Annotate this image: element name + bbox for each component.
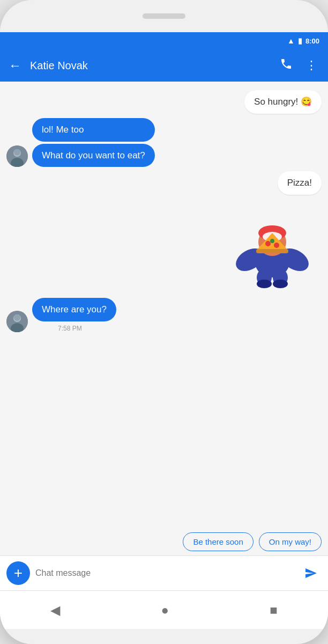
- incoming-bubbles: Where are you? 7:58 PM: [32, 298, 116, 332]
- incoming-bubbles: lol! Me too What do you want to eat?: [32, 118, 155, 167]
- svg-point-13: [274, 243, 279, 248]
- message-bubble: Where are you?: [32, 298, 116, 321]
- sticker-area: [6, 203, 322, 289]
- phone-top-bar: [0, 0, 328, 32]
- call-button[interactable]: [278, 55, 295, 76]
- message-text: Pizza!: [287, 178, 312, 188]
- back-nav-button[interactable]: ◀: [50, 603, 60, 618]
- status-time: 8:00: [305, 37, 319, 45]
- smart-reply-be-there-soon[interactable]: Be there soon: [183, 532, 253, 551]
- status-icons: ▲ ▮ 8:00: [287, 36, 319, 45]
- more-options-button[interactable]: ⋮: [303, 56, 319, 75]
- message-row: Pizza!: [6, 171, 322, 195]
- svg-point-23: [14, 314, 20, 321]
- phone-speaker: [143, 13, 185, 19]
- chat-area: So hungry! 😋: [0, 82, 328, 528]
- back-button[interactable]: ←: [9, 58, 21, 73]
- message-timestamp: 7:58 PM: [32, 325, 116, 332]
- message-row: Where are you? 7:58 PM: [6, 298, 322, 332]
- message-bubble: Pizza!: [278, 171, 322, 195]
- svg-point-14: [270, 239, 274, 243]
- svg-rect-15: [256, 249, 288, 253]
- message-text: What do you want to eat?: [42, 150, 145, 160]
- svg-point-3: [14, 149, 20, 156]
- phone-frame: ▲ ▮ 8:00 ← Katie Novak ⋮ So hungry! 😋: [0, 0, 328, 644]
- input-bar: +: [0, 555, 328, 590]
- nav-bar: ◀ ● ■: [0, 590, 328, 629]
- home-nav-button[interactable]: ●: [161, 603, 169, 618]
- avatar: [6, 145, 28, 167]
- status-bar: ▲ ▮ 8:00: [0, 32, 328, 49]
- battery-icon: ▮: [298, 36, 302, 45]
- plus-icon: +: [14, 565, 23, 582]
- app-bar: ← Katie Novak ⋮: [0, 49, 328, 82]
- send-button[interactable]: [300, 562, 322, 584]
- phone-bottom: [0, 629, 328, 644]
- message-bubble: So hungry! 😋: [244, 90, 322, 114]
- svg-point-12: [265, 241, 271, 246]
- add-button[interactable]: +: [6, 561, 30, 585]
- chat-input[interactable]: [35, 568, 295, 578]
- phone-screen: ▲ ▮ 8:00 ← Katie Novak ⋮ So hungry! 😋: [0, 32, 328, 629]
- message-row: So hungry! 😋: [6, 90, 322, 114]
- message-text: lol! Me too: [42, 125, 84, 135]
- signal-icon: ▲: [287, 36, 295, 45]
- message-bubble: What do you want to eat?: [32, 144, 155, 167]
- message-text: So hungry! 😋: [254, 97, 312, 107]
- message-row: lol! Me too What do you want to eat?: [6, 118, 322, 167]
- avatar: [6, 311, 28, 332]
- message-text: Where are you?: [42, 304, 107, 314]
- svg-point-19: [273, 280, 288, 288]
- smart-replies: Be there soon On my way!: [0, 528, 328, 555]
- pizza-sticker: [229, 203, 315, 289]
- smart-reply-on-my-way[interactable]: On my way!: [259, 532, 322, 551]
- message-bubble: lol! Me too: [32, 118, 155, 142]
- chat-title: Katie Novak: [30, 60, 269, 72]
- recent-nav-button[interactable]: ■: [270, 603, 278, 618]
- svg-point-18: [257, 280, 272, 288]
